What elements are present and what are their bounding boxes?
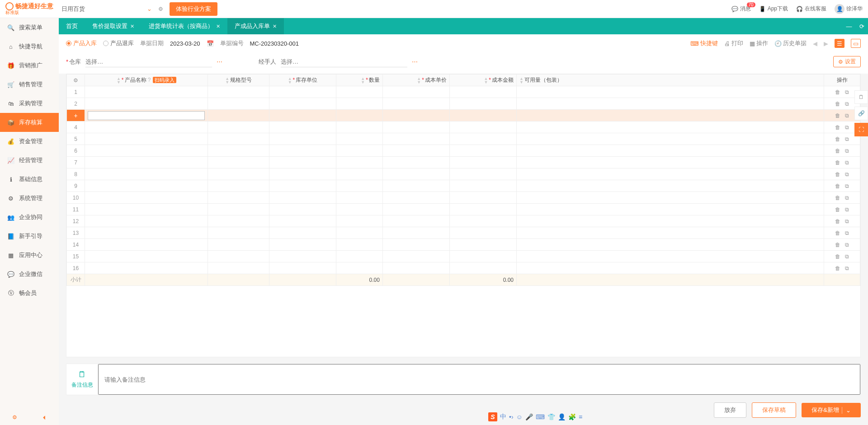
- delete-row-button[interactable]: 🗑: [835, 159, 840, 166]
- delete-row-button[interactable]: 🗑: [835, 148, 840, 154]
- delete-row-button[interactable]: 🗑: [835, 183, 840, 189]
- cell-price[interactable]: [382, 157, 449, 168]
- cell-unit[interactable]: [269, 204, 336, 215]
- copy-row-button[interactable]: ⧉: [845, 124, 849, 131]
- warehouse-more-icon[interactable]: ⋯: [217, 58, 222, 65]
- copy-row-button[interactable]: ⧉: [845, 265, 849, 271]
- tab-0[interactable]: 首页: [59, 18, 85, 34]
- delete-row-button[interactable]: 🗑: [835, 195, 840, 201]
- print-button[interactable]: 🖨 打印: [724, 39, 743, 47]
- cell-available[interactable]: [517, 145, 824, 157]
- cell-qty[interactable]: [336, 145, 383, 157]
- delete-row-button[interactable]: 🗑: [835, 218, 840, 224]
- cell-qty[interactable]: [336, 110, 383, 121]
- col-amount[interactable]: ▲▼*成本金额: [449, 75, 516, 86]
- table-row[interactable]: 9🗑⧉: [67, 180, 860, 192]
- table-row[interactable]: 16🗑⧉: [67, 262, 860, 274]
- tab-3[interactable]: 产成品入库单✕: [227, 18, 284, 34]
- cell-spec[interactable]: [208, 121, 269, 133]
- cell-unit[interactable]: [269, 215, 336, 227]
- cell-unit[interactable]: [269, 227, 336, 239]
- copy-row-button[interactable]: ⧉: [845, 183, 849, 189]
- cell-spec[interactable]: [208, 133, 269, 145]
- cell-spec[interactable]: [208, 157, 269, 168]
- business-type-selector[interactable]: 日用百货 ⌄: [61, 5, 152, 13]
- cell-amount[interactable]: [449, 86, 516, 98]
- cell-price[interactable]: [382, 98, 449, 110]
- copy-row-button[interactable]: ⧉: [845, 89, 849, 95]
- cell-available[interactable]: [517, 192, 824, 204]
- cell-price[interactable]: [382, 227, 449, 239]
- cell-available[interactable]: [517, 157, 824, 168]
- delete-row-button[interactable]: 🗑: [835, 136, 840, 142]
- cell-amount[interactable]: [449, 121, 516, 133]
- sidebar-item-info[interactable]: ℹ基础信息: [0, 170, 59, 189]
- cell-price[interactable]: [382, 110, 449, 121]
- cell-amount[interactable]: [449, 239, 516, 251]
- cell-price[interactable]: [382, 121, 449, 133]
- cell-price[interactable]: [382, 180, 449, 192]
- copy-row-button[interactable]: ⧉: [845, 253, 849, 260]
- view-card-button[interactable]: ▭: [851, 39, 861, 48]
- ime-mic-icon[interactable]: 🎤: [525, 413, 533, 420]
- cell-spec[interactable]: [208, 168, 269, 180]
- cell-qty[interactable]: [336, 215, 383, 227]
- cell-spec[interactable]: [208, 98, 269, 110]
- cell-amount[interactable]: [449, 215, 516, 227]
- cell-spec[interactable]: [208, 145, 269, 157]
- help-icon[interactable]: ?: [148, 77, 151, 83]
- table-row[interactable]: 2🗑⧉: [67, 98, 860, 110]
- cell-qty[interactable]: [336, 262, 383, 274]
- cell-product-name[interactable]: [85, 86, 208, 98]
- cell-unit[interactable]: [269, 180, 336, 192]
- calendar-icon[interactable]: 📅: [207, 40, 214, 47]
- cell-spec[interactable]: [208, 204, 269, 215]
- ime-skin-icon[interactable]: 👕: [547, 413, 555, 420]
- cell-unit[interactable]: [269, 86, 336, 98]
- table-row[interactable]: 8🗑⧉: [67, 168, 860, 180]
- copy-row-button[interactable]: ⧉: [845, 206, 849, 213]
- cell-price[interactable]: [382, 215, 449, 227]
- cell-amount[interactable]: [449, 110, 516, 121]
- delete-row-button[interactable]: 🗑: [835, 265, 840, 271]
- cell-product-name[interactable]: [85, 251, 208, 262]
- sidebar-item-guide[interactable]: 📘新手引导: [0, 227, 59, 246]
- ime-tools-icon[interactable]: 🧩: [568, 413, 576, 420]
- remark-input[interactable]: [98, 364, 860, 395]
- cell-amount[interactable]: [449, 168, 516, 180]
- sidebar-item-wechat[interactable]: 💬企业微信: [0, 265, 59, 284]
- table-row[interactable]: 10🗑⧉: [67, 192, 860, 204]
- app-download-button[interactable]: 📱 App下载: [759, 5, 788, 13]
- cell-qty[interactable]: [336, 133, 383, 145]
- sidebar-collapse-button[interactable]: ⏴: [29, 410, 59, 425]
- cell-qty[interactable]: [336, 121, 383, 133]
- save-and-new-button[interactable]: 保存&新增 ⌄: [802, 403, 861, 417]
- cell-available[interactable]: [517, 180, 824, 192]
- cell-unit[interactable]: [269, 121, 336, 133]
- ime-menu-icon[interactable]: ≡: [579, 413, 582, 420]
- discard-button[interactable]: 放弃: [714, 402, 746, 418]
- cell-available[interactable]: [517, 98, 824, 110]
- cell-unit[interactable]: [269, 157, 336, 168]
- sidebar-item-apps[interactable]: ▦应用中心: [0, 246, 59, 265]
- sidebar-item-wallet[interactable]: 💰资金管理: [0, 132, 59, 151]
- cell-price[interactable]: [382, 133, 449, 145]
- copy-row-button[interactable]: ⧉: [845, 101, 849, 107]
- cell-available[interactable]: [517, 121, 824, 133]
- save-draft-button[interactable]: 保存草稿: [752, 402, 796, 418]
- copy-row-button[interactable]: ⧉: [845, 230, 849, 236]
- table-row[interactable]: 6🗑⧉: [67, 145, 860, 157]
- table-row[interactable]: 1🗑⧉: [67, 86, 860, 98]
- cell-amount[interactable]: [449, 157, 516, 168]
- copy-row-button[interactable]: ⧉: [845, 148, 849, 154]
- delete-row-button[interactable]: 🗑: [835, 171, 840, 177]
- cell-unit[interactable]: [269, 251, 336, 262]
- cell-price[interactable]: [382, 262, 449, 274]
- copy-row-button[interactable]: ⧉: [845, 195, 849, 201]
- cell-qty[interactable]: [336, 227, 383, 239]
- cell-qty[interactable]: [336, 157, 383, 168]
- cell-unit[interactable]: [269, 192, 336, 204]
- cell-product-name[interactable]: [85, 215, 208, 227]
- cell-price[interactable]: [382, 239, 449, 251]
- cell-price[interactable]: [382, 204, 449, 215]
